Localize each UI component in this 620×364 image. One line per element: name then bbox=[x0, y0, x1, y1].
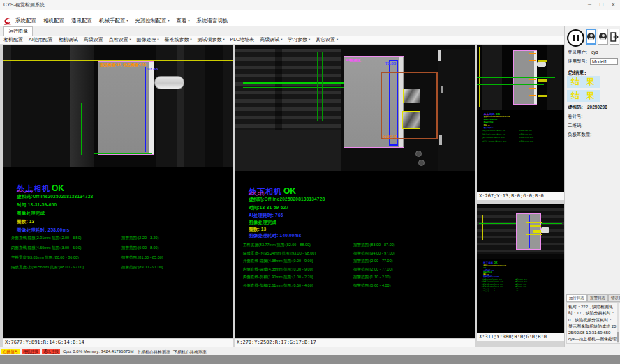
machine-highlight bbox=[438, 50, 441, 61]
user-icon bbox=[599, 33, 607, 40]
menu-item[interactable]: 光源控制配置▼ bbox=[135, 17, 170, 24]
sidebar: 登录用户: cys 使用型号: Model1 总结果: 结 果 结 果 虚拟码:… bbox=[564, 26, 620, 347]
measurement-alarm: 报警范围:(81.00 - 85.00) bbox=[519, 137, 533, 138]
measurement-name: 主料宽度(83.77mm 范围:(82.00 - 88.00) bbox=[243, 243, 311, 248]
measurement-alarm: 报警范围:(0.00 - 8.00) bbox=[121, 245, 159, 250]
toolbar-item-label: 图像处理 bbox=[137, 37, 156, 42]
result-display-lower: 结 果 bbox=[567, 90, 600, 102]
toolbar-item[interactable]: AI使用配置 bbox=[29, 36, 54, 43]
time-line: 时间:13-31-59-650 bbox=[17, 202, 57, 208]
exit-button[interactable] bbox=[610, 29, 619, 45]
measurement-alarm: 报警范围:(1.10 - 2.10) bbox=[353, 275, 391, 280]
menu-item-label: 系统配置 bbox=[15, 17, 36, 24]
chevron-down-icon: ▼ bbox=[308, 38, 311, 41]
measurement-row: 隔膜宽度-上(90.56mm 范围:(88.00 - 92.00) 报警范围:(… bbox=[11, 265, 233, 275]
thumbnail-panel-lower: 外下相机OK MES_E(T) 虚拟码:Offline2025020813313… bbox=[477, 204, 564, 341]
thumbnail-image-upper[interactable] bbox=[477, 45, 564, 110]
menu-item[interactable]: 通讯配置 bbox=[71, 17, 93, 24]
measurement-row: 外侧直线-负极(2.61mm 范围:(0.60 - 4.00) 报警范围:(0.… bbox=[243, 283, 469, 291]
tab-detect-box bbox=[402, 111, 420, 129]
toolbar-item[interactable]: PLC地址表 bbox=[230, 36, 256, 43]
toolbar-item[interactable]: 相机调试 bbox=[59, 36, 79, 43]
machine-stripe bbox=[438, 49, 475, 171]
log-scrollbar[interactable] bbox=[617, 303, 619, 343]
measurement-alarm: 报警范围:(94.00 - 97.00) bbox=[515, 281, 527, 282]
camera-image-upper[interactable]: 固定阈值:93, 动态阈值:100 93.88 bbox=[3, 45, 233, 167]
machine-highlight bbox=[439, 135, 442, 145]
machine-stripe bbox=[235, 130, 341, 171]
chevron-down-icon: ▼ bbox=[280, 38, 283, 41]
turns-line: 圈数: 13 bbox=[249, 227, 266, 233]
toolbar-item[interactable]: 相机配置 bbox=[3, 36, 24, 43]
model-select[interactable]: Model1 bbox=[590, 58, 618, 65]
minimize-button[interactable]: ─ bbox=[584, 1, 595, 8]
log-scroll-thumb[interactable] bbox=[617, 332, 619, 342]
pause-button[interactable] bbox=[567, 29, 584, 47]
measurement-name: 隔膜宽度-上(90.56mm 范围:(88.00 - 92.00) bbox=[482, 140, 506, 142]
menu-item[interactable]: 机械手配置▼ bbox=[99, 17, 128, 24]
blue-measure-value: 73.88 bbox=[385, 61, 396, 66]
toolbar-item[interactable]: 点检设置▼ bbox=[109, 36, 132, 43]
toolbar-item-label: 基准线参数 bbox=[165, 37, 189, 42]
barcode-value: 20250208 bbox=[587, 105, 607, 109]
toolbar-item[interactable]: 其它设置▼ bbox=[316, 36, 339, 43]
green-guide-line bbox=[317, 52, 318, 121]
measurement-alarm: 报警范围:(2.00 - 77.00) bbox=[515, 286, 526, 287]
turns-line: 圈数: 13 bbox=[17, 219, 34, 225]
toolbar-item[interactable]: 图像处理▼ bbox=[137, 36, 160, 43]
measurement-alarm: 报警范围:(89.00 - 91.00) bbox=[519, 140, 533, 142]
measurement-alarm: 报警范围:(81.00 - 85.00) bbox=[121, 255, 163, 260]
menu-item-label: 系统语言切换 bbox=[196, 17, 228, 24]
toolbar-item-label: 学习参数 bbox=[288, 37, 307, 42]
close-button[interactable]: ✕ bbox=[608, 1, 619, 8]
log-tab[interactable]: 运行日志 bbox=[566, 294, 587, 302]
toolbar-item[interactable]: 基准线参数▼ bbox=[165, 36, 193, 43]
toolbar-item[interactable]: 学习参数▼ bbox=[288, 36, 311, 43]
measurement-name: 内侧直线-隔膜(4.60mm 范围:(3.00 - 6.00) bbox=[11, 245, 82, 250]
cursor-readout-thumb-upper: X:267;Y:13;R:0;G:0;B:0 bbox=[477, 192, 564, 200]
measurement-alarm: 报警范围:(2.00 - 77.00) bbox=[515, 283, 526, 285]
menu-item[interactable]: 系统配置 bbox=[15, 17, 37, 24]
measurement-name: 隔膜宽度-上(90.56mm 范围:(88.00 - 92.00) bbox=[11, 265, 84, 270]
maximize-button[interactable]: ☐ bbox=[596, 1, 607, 8]
barcode-line: 虚拟码:Offline20250208133134728 bbox=[17, 194, 93, 200]
chevron-down-icon: ▼ bbox=[336, 38, 339, 41]
menu-item[interactable]: 查看▼ bbox=[176, 17, 190, 24]
machine-stripe bbox=[275, 49, 282, 130]
measurement-alarm: 报警范围:(0.60 - 4.00) bbox=[353, 283, 391, 288]
title-bar: CYS-视觉检测系统 ─ ☐ ✕ bbox=[0, 0, 620, 10]
toolbar-item-label: 测试项参数 bbox=[198, 37, 222, 42]
overlay-annotation bbox=[538, 60, 547, 62]
green-guide-line bbox=[243, 87, 355, 88]
thumbnail-image-lower[interactable] bbox=[477, 205, 564, 259]
thumbnail-text-upper: 外上相机OK MES_E(T) 虚拟码:Offline2025020813313… bbox=[480, 112, 559, 149]
toolbar-item[interactable]: 测试项参数▼ bbox=[198, 36, 226, 43]
menu-bar: 系统配置相机配置通讯配置机械手配置▼光源控制配置▼查看▼系统语言切换 bbox=[0, 15, 620, 26]
menu-item-label: 光源控制配置 bbox=[135, 17, 166, 24]
camera-text-lower: 外下相机OK MES_E(T) 虚拟码:Offline2025020813313… bbox=[239, 184, 469, 296]
toolbar-item[interactable]: 高级设置 bbox=[84, 36, 104, 43]
user-manage-button[interactable] bbox=[598, 29, 608, 45]
overlay-annotation bbox=[530, 225, 541, 227]
result-display-upper: 结 果 bbox=[567, 76, 600, 88]
camera-status: OK bbox=[283, 186, 296, 196]
camera-status: OK bbox=[52, 183, 64, 193]
thumbnail-panel-upper: 外上相机OK MES_E(T) 虚拟码:Offline2025020813313… bbox=[477, 45, 564, 200]
measurement-alarm: 报警范围:(83.00 - 87.00) bbox=[515, 278, 527, 280]
menu-item[interactable]: 相机配置 bbox=[43, 17, 65, 24]
elapsed-line: 图像处理耗时: 258.00ms bbox=[17, 227, 69, 234]
measurement-row: 主料宽度(83.77mm 范围:(82.00 - 88.00) 报警范围:(83… bbox=[243, 243, 469, 251]
measurement-name: 主料宽度(83.05mm 范围:(80.00 - 86.00) bbox=[482, 137, 505, 138]
yellow-guide-line bbox=[482, 215, 483, 240]
toolbar-item[interactable]: 高级调试▼ bbox=[260, 36, 283, 43]
main-area: 固定阈值:93, 动态阈值:100 93.88 外上相机OK MES_E(T) … bbox=[0, 45, 566, 347]
user-login-button[interactable] bbox=[586, 29, 596, 45]
log-tab[interactable]: 报警日志 bbox=[587, 294, 608, 302]
green-guide-line bbox=[3, 139, 145, 139]
menu-item[interactable]: 系统语言切换 bbox=[196, 17, 228, 24]
camera-image-lower[interactable]: AI检测区 73.88 检测区域 bbox=[235, 45, 475, 171]
heartbeat-badge: 心跳信号 bbox=[1, 349, 20, 354]
tab-run-image[interactable]: 运行图像 bbox=[3, 26, 33, 36]
measurement-alarm: 报警范围:(89.00 - 91.00) bbox=[121, 265, 163, 270]
log-tab[interactable]: 错误日志 bbox=[608, 294, 620, 302]
